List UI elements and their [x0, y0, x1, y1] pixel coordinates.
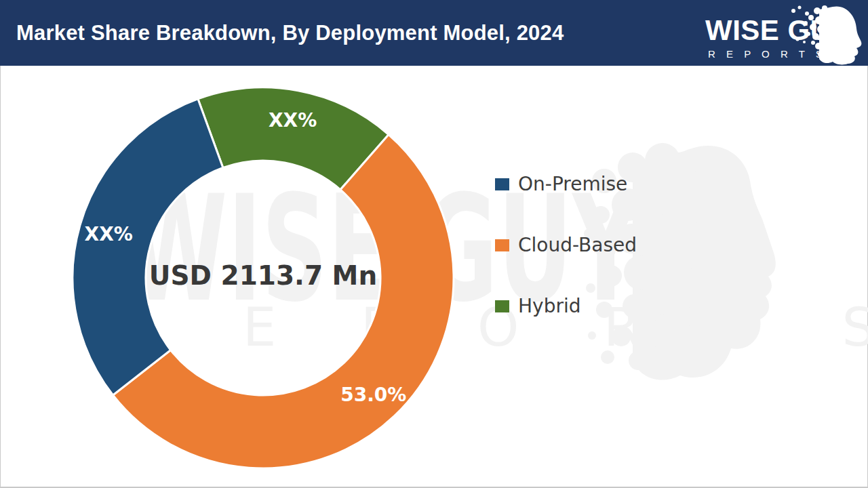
legend-item-hybrid[interactable]: Hybrid — [495, 295, 637, 317]
segment-label-on-premise: XX% — [85, 223, 133, 245]
logo-text-line2: R E P O R T S — [708, 48, 827, 60]
legend-swatch-hybrid — [495, 300, 509, 312]
donut-chart: XX%53.0%XX% USD 2113.7 Mn — [70, 85, 456, 471]
legend-item-cloud-based[interactable]: Cloud-Based — [495, 234, 637, 256]
donut-center-value: USD 2113.7 Mn — [70, 260, 456, 292]
legend-swatch-cloud-based — [495, 239, 509, 251]
chart-canvas: WISE GUY R E P O R T S XX%53.0%XX% USD 2… — [0, 66, 868, 488]
wise-guy-reports-logo: WISE GUY R E P O R T S — [678, 1, 863, 66]
header-bar: Market Share Breakdown, By Deployment Mo… — [0, 0, 868, 66]
legend-item-on-premise[interactable]: On-Premise — [495, 173, 637, 195]
chart-legend: On-Premise Cloud-Based Hybrid — [495, 173, 637, 317]
legend-label-cloud-based: Cloud-Based — [518, 234, 637, 256]
segment-label-cloud-based: 53.0% — [340, 384, 406, 406]
donut-segment-on-premise[interactable] — [73, 99, 223, 395]
legend-label-on-premise: On-Premise — [518, 173, 627, 195]
segment-label-hybrid: XX% — [269, 109, 317, 131]
legend-label-hybrid: Hybrid — [518, 295, 580, 317]
page-title: Market Share Breakdown, By Deployment Mo… — [16, 21, 564, 45]
legend-swatch-on-premise — [495, 178, 509, 190]
